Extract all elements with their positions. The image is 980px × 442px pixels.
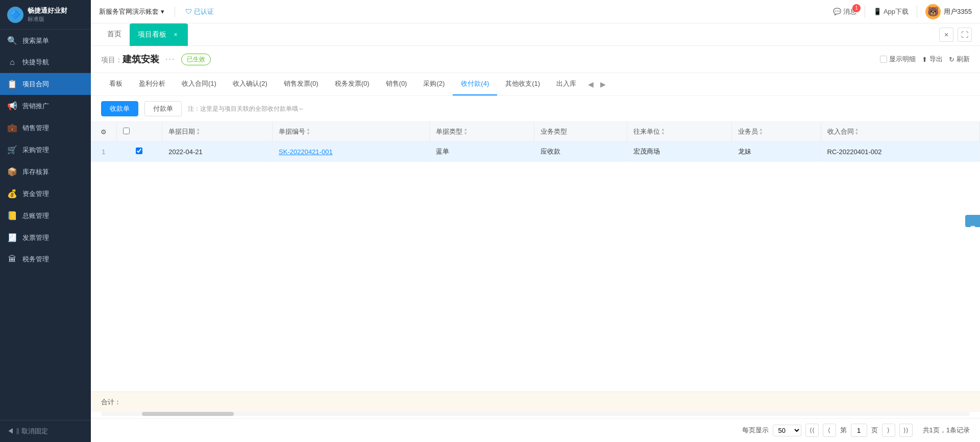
sub-subnav: 收款单 付款单 注：这里是与项目关联的全部收付款单哦～ [91, 96, 980, 122]
tabbar-controls: × ⛶ [939, 28, 972, 42]
number-col-header[interactable]: 单据编号▲▼ [273, 122, 430, 142]
receipts-button[interactable]: 收款单 [101, 101, 138, 116]
last-page-button[interactable]: ⟩⟩ [899, 424, 913, 437]
refresh-button[interactable]: ↻ 刷新 [949, 55, 970, 64]
window-close-button[interactable]: × [939, 28, 953, 42]
type-col-header[interactable]: 单据类型▲▼ [430, 122, 534, 142]
settings-col-header[interactable]: ⚙ [91, 122, 116, 142]
date-col-header[interactable]: 单据日期▲▼ [162, 122, 273, 142]
sidebar-unpin-button[interactable]: ◀ ‖ 取消固定 [0, 420, 91, 442]
sidebar-item-3[interactable]: 📢营销推广 [0, 95, 91, 117]
subnav-tab-income-confirm[interactable]: 收入确认(2) [225, 73, 276, 95]
subnav-tab-sales[interactable]: 销售(0) [378, 73, 415, 95]
sidebar-item-0[interactable]: 🔍搜索菜单 [0, 30, 91, 52]
subnav-tab-sales-invoice[interactable]: 销售发票(0) [276, 73, 327, 95]
avatar: 🐻 [925, 4, 941, 19]
topbar: 新服务官网演示账套 ▾ 🛡 已认证 💬 消息 1 📱 App下载 🐻 用户335… [91, 0, 980, 23]
show-detail-toggle[interactable]: 显示明细 [880, 55, 916, 64]
footer-total-label: 合计： [101, 398, 121, 407]
select-all-checkbox[interactable] [123, 128, 130, 134]
project-header-actions: 显示明细 ⬆ 导出 ↻ 刷新 [880, 55, 970, 64]
tab-home[interactable]: 首页 [99, 23, 130, 46]
subnav-tab-kanban[interactable]: 看板 [101, 73, 131, 95]
project-more-button[interactable]: ··· [165, 55, 175, 64]
sidebar-item-9[interactable]: 🧾发票管理 [0, 227, 91, 249]
page-suffix: 页 [871, 426, 878, 435]
logo-text: 畅捷通好业财 标准版 [28, 6, 67, 23]
dropdown-icon: ▾ [161, 8, 164, 15]
payments-button[interactable]: 付款单 [144, 101, 182, 116]
pagination: 每页显示 50 100 ⟨⟨ ⟨ 第 页 ⟩ ⟩⟩ 共1页，1条记录 [91, 418, 980, 442]
project-header: 项目：建筑安装 ··· 已生效 显示明细 ⬆ 导出 ↻ 刷新 [91, 46, 980, 73]
table-row[interactable]: 1 2022-04-21 SK-20220421-001 蓝单 应收款 宏茂商场… [91, 142, 980, 162]
row-number-0[interactable]: SK-20220421-001 [273, 142, 430, 162]
sidebar-label-1: 快捷导航 [22, 58, 49, 67]
next-page-button[interactable]: ⟩ [882, 424, 895, 437]
sidebar-item-8[interactable]: 📒总账管理 [0, 205, 91, 227]
sidebar-item-5[interactable]: 🛒采购管理 [0, 139, 91, 161]
sidebar-icon-1: ⌂ [7, 58, 17, 67]
salesman-col-header[interactable]: 业务员▲▼ [732, 122, 821, 142]
row-date-0: 2022-04-21 [162, 142, 273, 162]
refresh-icon: ↻ [949, 56, 954, 63]
sidebar-label-8: 总账管理 [22, 211, 49, 220]
row-index-0: 1 [91, 142, 116, 162]
export-icon: ⬆ [922, 56, 927, 63]
per-page-select[interactable]: 50 100 [773, 425, 801, 436]
subnav-prev-arrow[interactable]: ◀ [584, 78, 597, 90]
sidebar-item-1[interactable]: ⌂快捷导航 [0, 52, 91, 73]
sidebar-icon-2: 📋 [7, 79, 17, 89]
checkbox-col-header[interactable] [116, 122, 162, 142]
export-button[interactable]: ⬆ 导出 [922, 55, 943, 64]
table-header: ⚙ 单据日期▲▼ 单据编号▲▼ 单据类型▲▼ 业务类型 往来单位▲▼ 业务员▲▼… [91, 122, 980, 142]
sidebar-icon-4: 💼 [7, 123, 17, 133]
subnav-tab-profit[interactable]: 盈利分析 [131, 73, 174, 95]
message-button[interactable]: 💬 消息 1 [833, 7, 856, 16]
sidebar-label-6: 库存核算 [22, 167, 49, 177]
message-icon: 💬 [833, 8, 841, 15]
sidebar-icon-8: 📒 [7, 211, 17, 220]
subnav-tab-tax-invoice[interactable]: 税务发票(0) [327, 73, 378, 95]
topbar-actions: 💬 消息 1 📱 App下载 🐻 用户3355 [833, 4, 972, 19]
prev-page-button[interactable]: ⟨ [823, 424, 836, 437]
subnav-tab-other[interactable]: 其他收支(1) [497, 73, 548, 95]
subnav-note: 注：这里是与项目关联的全部收付款单哦～ [188, 105, 304, 113]
show-detail-checkbox[interactable] [880, 56, 887, 63]
sidebar-icon-5: 🛒 [7, 145, 17, 155]
sidebar-icon-0: 🔍 [7, 36, 17, 45]
project-selector[interactable]: 新服务官网演示账套 ▾ [99, 7, 164, 16]
subnav-tab-payment[interactable]: 收付款(4) [453, 73, 497, 95]
subnav-tab-purchase[interactable]: 采购(2) [415, 73, 453, 95]
biztype-col-header: 业务类型 [534, 122, 627, 142]
user-menu[interactable]: 🐻 用户3355 [925, 4, 972, 19]
row-checkbox-0[interactable] [116, 142, 162, 162]
sidebar-item-10[interactable]: 🏛税务管理 [0, 249, 91, 270]
total-records-label: 共1页，1条记录 [923, 426, 970, 435]
message-badge: 1 [852, 4, 861, 12]
horizontal-scrollbar[interactable] [101, 412, 970, 416]
sidebar-item-7[interactable]: 💰资金管理 [0, 183, 91, 205]
scrollbar-thumb[interactable] [142, 412, 234, 416]
first-page-button[interactable]: ⟨⟨ [805, 424, 819, 437]
project-title: 项目：建筑安装 [101, 53, 159, 65]
app-download-button[interactable]: 📱 App下载 [873, 7, 909, 16]
project-status-badge: 已生效 [181, 54, 211, 65]
tab-close-icon[interactable]: × [172, 31, 180, 39]
subnav-tab-inout[interactable]: 出入库 [548, 73, 584, 95]
sidebar-item-6[interactable]: 📦库存核算 [0, 161, 91, 183]
page-number-input[interactable] [851, 424, 867, 437]
subnav-tab-income-contract[interactable]: 收入合同(1) [174, 73, 225, 95]
row-partner-0: 宏茂商场 [627, 142, 731, 162]
tab-project-board[interactable]: 项目看板 × [130, 23, 188, 46]
contract-col-header[interactable]: 收入合同▲▼ [821, 122, 979, 142]
partner-col-header[interactable]: 往来单位▲▼ [627, 122, 731, 142]
feedback-button[interactable]: 意见反馈 [965, 215, 980, 227]
row-contract-0: RC-20220401-002 [821, 142, 979, 162]
sidebar-item-2[interactable]: 📋项目合同 [0, 73, 91, 95]
window-expand-button[interactable]: ⛶ [958, 28, 972, 42]
row-type-0: 蓝单 [430, 142, 534, 162]
subnav-next-arrow[interactable]: ▶ [597, 78, 609, 90]
sidebar-item-4[interactable]: 💼销售管理 [0, 117, 91, 139]
sidebar-menu: 🔍搜索菜单⌂快捷导航📋项目合同📢营销推广💼销售管理🛒采购管理📦库存核算💰资金管理… [0, 30, 91, 420]
sidebar-logo: 🔷 畅捷通好业财 标准版 [0, 0, 91, 30]
